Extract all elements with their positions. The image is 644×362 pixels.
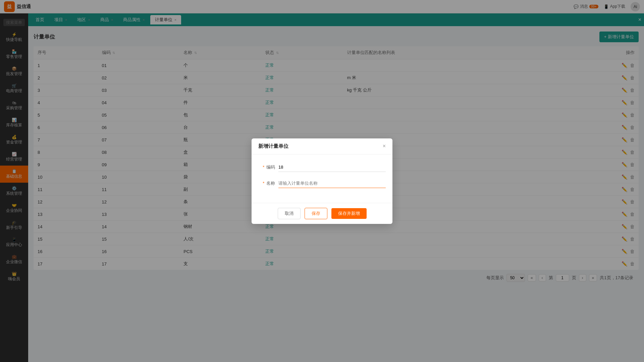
name-label: * 名称	[258, 180, 278, 186]
code-input[interactable]	[278, 163, 386, 172]
modal-close-button[interactable]: ×	[383, 143, 386, 149]
required-mark: *	[263, 181, 264, 186]
name-input[interactable]	[278, 179, 386, 188]
save-and-new-button[interactable]: 保存并新增	[331, 208, 367, 219]
modal-title: 新增计量单位	[258, 143, 288, 149]
form-row-name: * 名称	[258, 179, 386, 188]
modal-overlay: 新增计量单位 × * 编码 * 名称 取消 保存 保存并新增	[0, 0, 644, 362]
cancel-button[interactable]: 取消	[278, 208, 301, 219]
modal-header: 新增计量单位 ×	[252, 138, 392, 155]
form-row-code: * 编码	[258, 163, 386, 172]
required-mark: *	[263, 165, 264, 170]
modal-footer: 取消 保存 保存并新增	[252, 203, 392, 224]
code-label: * 编码	[258, 164, 278, 170]
add-unit-modal: 新增计量单位 × * 编码 * 名称 取消 保存 保存并新增	[252, 138, 392, 224]
modal-body: * 编码 * 名称	[252, 155, 392, 203]
save-button[interactable]: 保存	[305, 208, 327, 219]
